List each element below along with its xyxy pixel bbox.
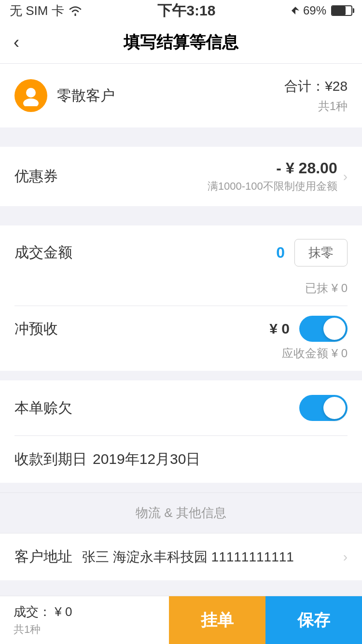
coupon-note: 满1000-100不限制使用金额	[208, 179, 337, 194]
battery-percent: 69%	[303, 4, 326, 17]
svg-point-1	[23, 98, 39, 106]
prepayment-label: 冲预收	[14, 319, 58, 339]
page-title: 填写结算等信息	[124, 31, 238, 54]
debit-section: 本单赊欠 收款到期日 2019年12月30日	[0, 380, 362, 483]
no-sim-text: 无 SIM 卡	[10, 2, 64, 19]
address-label: 客户地址	[14, 547, 72, 567]
transaction-amount-value[interactable]: 0	[276, 244, 285, 262]
battery-icon	[331, 5, 352, 16]
svg-point-0	[26, 88, 36, 98]
section-gap-1	[0, 137, 362, 147]
status-time: 下午3:18	[157, 1, 215, 21]
wifi-icon	[68, 5, 83, 16]
bottom-count: 共1种	[14, 622, 155, 637]
hang-button[interactable]: 挂单	[169, 596, 265, 644]
coupon-info: - ¥ 28.00 满1000-100不限制使用金额	[208, 159, 337, 194]
round-button[interactable]: 抹零	[294, 239, 348, 266]
transaction-amount-label: 成交金额	[14, 243, 72, 263]
address-value: 张三 海淀永丰科技园 11111111111	[82, 548, 343, 566]
chevron-right-icon: ›	[343, 169, 348, 184]
save-button[interactable]: 保存	[265, 596, 362, 644]
coupon-discount: - ¥ 28.00	[208, 159, 337, 177]
due-date-label: 收款到期日	[14, 449, 87, 469]
debit-row: 本单赊欠	[0, 380, 362, 435]
address-section: 客户地址 张三 海淀永丰科技园 11111111111 ›	[0, 533, 362, 580]
bottom-info: 成交： ¥ 0 共1种	[0, 603, 169, 637]
coupon-right: - ¥ 28.00 满1000-100不限制使用金额 ›	[208, 159, 348, 194]
debit-toggle[interactable]	[299, 395, 348, 421]
total-amount: 合计：¥28	[284, 77, 348, 96]
debit-label: 本单赊欠	[14, 398, 72, 418]
back-button[interactable]: ‹	[14, 32, 19, 53]
coupon-row[interactable]: 优惠券 - ¥ 28.00 满1000-100不限制使用金额 ›	[0, 147, 362, 206]
section-label-text: 物流 & 其他信息	[136, 505, 226, 520]
bottom-bar: 成交： ¥ 0 共1种 挂单 保存	[0, 596, 362, 644]
status-bar: 无 SIM 卡 下午3:18 69%	[0, 0, 362, 21]
prepayment-amount: ¥ 0	[269, 321, 290, 337]
customer-name: 零散客户	[57, 86, 115, 106]
debit-toggle-knob	[323, 397, 346, 419]
section-gap-3	[0, 371, 362, 380]
status-right: 69%	[291, 4, 352, 17]
transaction-amount-row: 成交金额 0 抹零	[0, 225, 362, 280]
customer-right: 合计：¥28 共1种	[284, 77, 348, 114]
address-row[interactable]: 客户地址 张三 海淀永丰科技园 11111111111 ›	[0, 533, 362, 580]
customer-section: 零散客户 合计：¥28 共1种	[0, 64, 362, 127]
customer-row: 零散客户 合计：¥28 共1种	[0, 64, 362, 127]
coupon-section: 优惠券 - ¥ 28.00 满1000-100不限制使用金额 ›	[0, 147, 362, 206]
transaction-section: 成交金额 0 抹零 已抹 ¥ 0 冲预收 ¥ 0 应收金额 ¥	[0, 225, 362, 371]
user-avatar-icon	[20, 85, 42, 106]
round-sub-text: 已抹 ¥ 0	[305, 281, 348, 294]
nav-bar: ‹ 填写结算等信息	[0, 21, 362, 64]
due-date-row: 收款到期日 2019年12月30日	[0, 436, 362, 483]
status-left: 无 SIM 卡	[10, 2, 83, 19]
section-gap-4	[0, 483, 362, 492]
address-chevron: ›	[343, 549, 348, 565]
bottom-trans-row: 成交： ¥ 0	[14, 603, 155, 620]
avatar	[14, 79, 47, 112]
coupon-label: 优惠券	[14, 167, 58, 186]
section-gap-2	[0, 216, 362, 225]
bottom-trans-value: ¥ 0	[55, 604, 72, 619]
address-chevron-icon: ›	[343, 549, 348, 565]
prepayment-right: ¥ 0	[269, 316, 348, 342]
logistics-section-label: 物流 & 其他信息	[0, 492, 362, 533]
location-icon	[291, 6, 300, 15]
transaction-amount-right: 0 抹零	[276, 239, 348, 266]
toggle-knob	[323, 318, 346, 340]
prepayment-row: 冲预收 ¥ 0 应收金额 ¥ 0	[0, 306, 362, 371]
prepayment-toggle[interactable]	[299, 316, 348, 342]
total-count: 共1种	[284, 98, 348, 114]
due-date-value[interactable]: 2019年12月30日	[93, 449, 200, 469]
customer-left: 零散客户	[14, 79, 115, 112]
prepayment-sub: 应收金额 ¥ 0	[282, 346, 348, 361]
bottom-trans-label: 成交：	[14, 604, 51, 619]
